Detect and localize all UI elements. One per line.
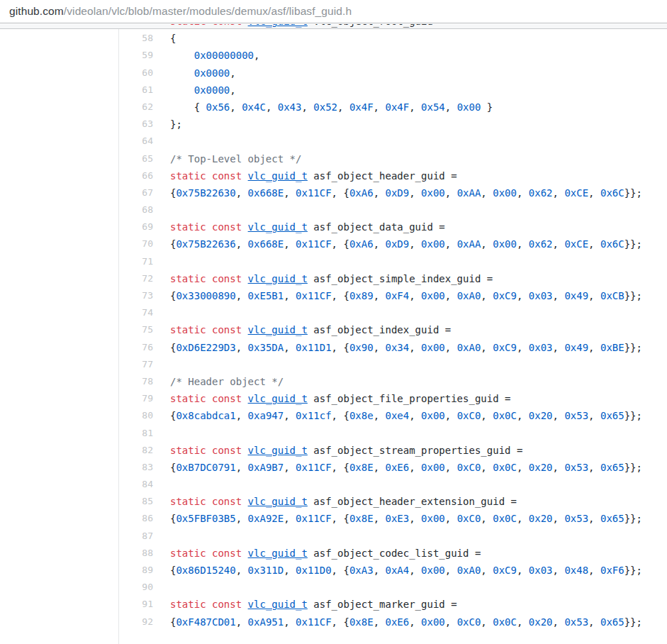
line-number[interactable]: 81 <box>118 425 170 442</box>
code-line: 60 0x0000, <box>118 65 667 82</box>
hex-literal: 0x8E <box>349 616 374 628</box>
code-viewer: 57static const vlc_guid_t vlc_object_roo… <box>0 24 667 644</box>
line-number[interactable]: 76 <box>118 339 170 356</box>
code-line: 88static const vlc_guid_t asf_object_cod… <box>118 545 667 562</box>
type-link[interactable]: vlc_guid_t <box>248 599 308 610</box>
line-number[interactable]: 66 <box>118 167 170 184</box>
type-link[interactable]: vlc_guid_t <box>248 445 308 456</box>
hex-literal: 0xB7DC0791 <box>176 462 235 473</box>
line-number[interactable]: 74 <box>118 304 170 321</box>
hex-literal: 0x6C <box>600 238 624 250</box>
line-number[interactable]: 82 <box>118 442 170 459</box>
code-line: 76{0xD6E229D3, 0x35DA, 0x11D1, {0x90, 0x… <box>118 339 667 356</box>
type-link[interactable]: vlc_guid_t <box>248 548 308 559</box>
code-text: static const vlc_guid_t asf_object_data_… <box>170 218 667 235</box>
line-number[interactable]: 70 <box>118 235 170 252</box>
hex-literal: 0xBE <box>600 342 624 353</box>
code-line: 72static const vlc_guid_t asf_object_sim… <box>118 270 667 287</box>
line-number[interactable]: 85 <box>118 493 170 510</box>
code-line: 91static const vlc_guid_t asf_object_mar… <box>118 596 667 613</box>
code-token: , { <box>332 410 349 421</box>
line-number[interactable]: 88 <box>118 545 170 562</box>
code-token: , <box>517 462 529 473</box>
code-token: , <box>284 238 296 250</box>
line-number[interactable]: 73 <box>118 287 170 304</box>
line-number[interactable]: 68 <box>118 201 170 218</box>
hex-literal: 0xCE <box>564 187 588 199</box>
code-token: , <box>236 290 248 301</box>
code-token <box>206 24 212 27</box>
code-token: , <box>409 290 421 301</box>
line-number[interactable]: 69 <box>118 218 170 235</box>
hex-literal: 0x53 <box>564 462 588 473</box>
line-number[interactable]: 63 <box>118 116 170 133</box>
line-number[interactable]: 91 <box>118 596 170 613</box>
line-number[interactable]: 67 <box>118 184 170 201</box>
line-number[interactable]: 79 <box>118 390 170 407</box>
hex-literal: 0xD6E229D3 <box>176 342 235 353</box>
hex-literal: 0x56 <box>206 101 230 113</box>
code-token: }}; <box>624 238 642 250</box>
code-token: , <box>409 513 421 524</box>
code-line: 80{0x8cabdca1, 0xa947, 0x11cf, {0x8e, 0x… <box>118 407 667 424</box>
type-link[interactable]: vlc_guid_t <box>248 170 308 182</box>
code-text: static const vlc_guid_t asf_object_heade… <box>170 167 667 184</box>
code-token: , <box>284 462 296 473</box>
type-link[interactable]: vlc_guid_t <box>248 273 308 284</box>
line-number[interactable]: 58 <box>118 30 170 47</box>
code-token: , <box>445 101 457 113</box>
line-number[interactable]: 72 <box>118 270 170 287</box>
line-number[interactable]: 61 <box>118 82 170 99</box>
hex-literal: 0x35DA <box>248 342 284 353</box>
code-token: asf_object_header_extension_guid = <box>308 496 517 507</box>
code-token: , <box>445 565 457 576</box>
hex-literal: 0x20 <box>529 410 553 421</box>
address-bar[interactable]: github.com/videolan/vlc/blob/master/modu… <box>0 0 667 23</box>
type-link[interactable]: vlc_guid_t <box>248 24 308 27</box>
line-number[interactable]: 87 <box>118 528 170 545</box>
code-token <box>170 67 194 79</box>
keyword: const <box>212 599 242 610</box>
type-link[interactable]: vlc_guid_t <box>248 393 308 404</box>
line-number[interactable]: 59 <box>118 47 170 64</box>
hex-literal: 0x668E <box>248 238 284 250</box>
line-number[interactable]: 80 <box>118 407 170 424</box>
code-token <box>242 24 247 27</box>
code-token: , <box>481 616 493 628</box>
hex-literal: 0x03 <box>529 565 553 576</box>
line-number[interactable]: 71 <box>118 253 170 270</box>
code-line: 81 <box>118 425 667 442</box>
hex-literal: 0x43 <box>278 101 302 113</box>
code-token: , { <box>332 187 349 199</box>
code-token: , <box>236 513 248 524</box>
line-number[interactable]: 83 <box>118 459 170 476</box>
type-link[interactable]: vlc_guid_t <box>248 324 308 335</box>
line-number[interactable]: 75 <box>118 321 170 338</box>
line-number[interactable]: 84 <box>118 476 170 493</box>
line-number[interactable]: 92 <box>118 614 170 631</box>
line-number[interactable]: 78 <box>118 373 170 390</box>
hex-literal: 0x49 <box>564 342 588 353</box>
line-number[interactable]: 60 <box>118 65 170 82</box>
line-number[interactable]: 77 <box>118 356 170 373</box>
code-text <box>170 253 667 270</box>
line-number[interactable]: 62 <box>118 99 170 116</box>
line-number[interactable]: 86 <box>118 510 170 527</box>
hex-literal: 0x00000000 <box>194 50 254 61</box>
code-token: , <box>445 462 457 473</box>
code-token: , <box>481 565 493 576</box>
line-number[interactable]: 90 <box>118 579 170 596</box>
type-link[interactable]: vlc_guid_t <box>248 221 308 233</box>
hex-literal: 0x00 <box>457 101 481 113</box>
hex-literal: 0xC0 <box>457 410 481 421</box>
code-text <box>170 304 667 321</box>
type-link[interactable]: vlc_guid_t <box>248 496 308 507</box>
hex-literal: 0xC9 <box>493 290 517 301</box>
line-number[interactable]: 65 <box>118 150 170 167</box>
hex-literal: 0x11cf <box>296 410 332 421</box>
code-line: 92{0xF487CD01, 0xA951, 0x11CF, {0x8E, 0x… <box>118 614 667 631</box>
line-number[interactable]: 64 <box>118 133 170 150</box>
code-text: static const vlc_guid_t asf_object_strea… <box>170 442 667 459</box>
line-number[interactable]: 89 <box>118 562 170 579</box>
code-token: , <box>553 410 565 421</box>
